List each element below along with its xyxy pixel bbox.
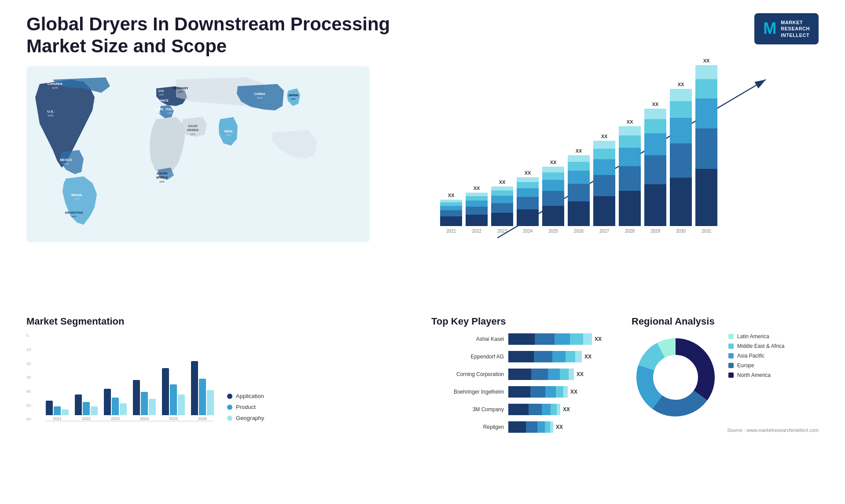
player-name: 3M Company bbox=[431, 406, 504, 413]
players-title: Top Key Players bbox=[431, 316, 618, 327]
seg-y-axis: 60 50 40 30 20 10 0 bbox=[26, 333, 31, 421]
bar-2025: XX 2025 bbox=[542, 160, 564, 234]
legend-application: Application bbox=[227, 393, 264, 399]
logo-text: MARKET RESEARCH INTELLECT bbox=[781, 19, 810, 38]
geography-dot bbox=[227, 416, 232, 421]
svg-text:xx%: xx% bbox=[190, 133, 195, 135]
mea-dot bbox=[728, 343, 734, 349]
svg-text:U.S.: U.S. bbox=[47, 110, 54, 113]
svg-text:CHINA: CHINA bbox=[254, 92, 265, 96]
player-value: XX bbox=[556, 424, 563, 430]
segmentation-title: Market Segmentation bbox=[26, 316, 414, 327]
svg-text:U.K.: U.K. bbox=[158, 89, 165, 92]
logo-box: M MARKET RESEARCH INTELLECT bbox=[754, 13, 819, 44]
svg-text:xx%: xx% bbox=[167, 112, 173, 114]
seg-legend: Application Product Geography bbox=[227, 393, 264, 421]
player-value: XX bbox=[577, 371, 584, 377]
svg-text:xx%: xx% bbox=[74, 197, 80, 200]
bar-2026: XX 2026 bbox=[568, 148, 590, 234]
svg-text:xx%: xx% bbox=[48, 114, 53, 117]
svg-text:ITALY: ITALY bbox=[165, 108, 174, 111]
bar-2031: XX 2031 bbox=[695, 58, 717, 234]
svg-text:xx%: xx% bbox=[156, 112, 161, 114]
svg-text:SOUTH: SOUTH bbox=[157, 172, 168, 175]
logo-m-icon: M bbox=[763, 19, 776, 38]
legend-geography: Geography bbox=[227, 415, 264, 421]
svg-text:GERMANY: GERMANY bbox=[173, 87, 188, 90]
bar-2030: XX 2030 bbox=[670, 82, 692, 234]
world-map: CANADA xx% U.S. xx% MEXICO xx% BRAZIL xx… bbox=[26, 66, 414, 242]
bar-2028: XX 2028 bbox=[619, 119, 641, 234]
main-content: CANADA xx% U.S. xx% MEXICO xx% BRAZIL xx… bbox=[26, 66, 819, 491]
player-name: Boehringer Ingelheim bbox=[431, 389, 504, 395]
bar-2022: XX 2022 bbox=[466, 186, 488, 234]
svg-text:ARABIA: ARABIA bbox=[187, 128, 198, 131]
svg-text:xx%: xx% bbox=[52, 86, 58, 89]
player-row: Corning Corporation XX bbox=[431, 369, 618, 380]
svg-text:xx%: xx% bbox=[257, 96, 262, 99]
svg-text:xx%: xx% bbox=[159, 180, 165, 183]
segmentation-section: Market Segmentation 60 50 40 30 20 10 0 bbox=[26, 316, 414, 491]
svg-text:SAUDI: SAUDI bbox=[188, 124, 198, 128]
player-row: 3M Company XX bbox=[431, 404, 618, 415]
svg-text:FRANCE: FRANCE bbox=[155, 99, 168, 102]
north-america-dot bbox=[728, 373, 734, 378]
player-name: Repligen bbox=[431, 424, 504, 430]
bottom-right: Top Key Players Ashai Kasei XX bbox=[431, 316, 819, 491]
seg-chart-area: 60 50 40 30 20 10 0 bbox=[26, 333, 414, 421]
player-row: Ashai Kasei XX bbox=[431, 333, 618, 345]
svg-text:xx%: xx% bbox=[178, 91, 183, 93]
europe-dot bbox=[728, 363, 734, 368]
svg-text:JAPAN: JAPAN bbox=[288, 94, 298, 97]
logo-area: M MARKET RESEARCH INTELLECT bbox=[754, 13, 819, 44]
map-section: CANADA xx% U.S. xx% MEXICO xx% BRAZIL xx… bbox=[26, 66, 414, 303]
svg-text:xx%: xx% bbox=[290, 98, 296, 100]
svg-text:xx%: xx% bbox=[159, 103, 165, 106]
player-value: XX bbox=[584, 354, 592, 360]
player-row: Boehringer Ingelheim XX bbox=[431, 386, 618, 398]
player-row: Repligen XX bbox=[431, 421, 618, 433]
product-dot bbox=[227, 405, 232, 410]
donut-chart bbox=[632, 333, 720, 423]
legend-mea: Middle East & Africa bbox=[728, 343, 784, 349]
player-row: Eppendorf AG XX bbox=[431, 351, 618, 362]
page-title: Global Dryers In Downstream Processing M… bbox=[26, 13, 422, 58]
latin-america-dot bbox=[728, 334, 734, 339]
bar-2029: XX 2029 bbox=[644, 102, 666, 234]
player-value: XX bbox=[595, 336, 602, 342]
svg-point-40 bbox=[654, 355, 698, 399]
player-name: Ashai Kasei bbox=[431, 336, 504, 342]
legend-latin-america: Latin America bbox=[728, 333, 784, 340]
bar-2027: XX 2027 bbox=[593, 134, 615, 234]
source-text: Source : www.marketresearchintellect.com bbox=[632, 427, 819, 433]
donut-and-legend: Latin America Middle East & Africa Asia … bbox=[632, 333, 819, 423]
legend-asia-pacific: Asia Pacific bbox=[728, 353, 784, 359]
player-name: Eppendorf AG bbox=[431, 354, 504, 360]
svg-text:CANADA: CANADA bbox=[48, 82, 63, 86]
regional-title: Regional Analysis bbox=[632, 316, 819, 327]
legend-europe: Europe bbox=[728, 362, 784, 369]
svg-text:ARGENTINA: ARGENTINA bbox=[65, 211, 83, 214]
svg-text:xx%: xx% bbox=[63, 162, 69, 165]
svg-text:SPAIN: SPAIN bbox=[154, 108, 163, 111]
bar-chart-section: XX 2021 XX bbox=[431, 66, 819, 303]
svg-text:BRAZIL: BRAZIL bbox=[71, 194, 83, 197]
application-dot bbox=[227, 394, 232, 399]
bar-2023: XX 2023 bbox=[491, 179, 513, 234]
svg-text:AFRICA: AFRICA bbox=[156, 176, 168, 179]
svg-text:xx%: xx% bbox=[71, 215, 77, 218]
svg-text:xx%: xx% bbox=[226, 134, 231, 136]
players-section: Top Key Players Ashai Kasei XX bbox=[431, 316, 618, 491]
page-header: Global Dryers In Downstream Processing M… bbox=[26, 13, 819, 58]
asia-pacific-dot bbox=[728, 353, 734, 358]
legend-product: Product bbox=[227, 404, 264, 410]
player-name: Corning Corporation bbox=[431, 371, 504, 377]
player-value: XX bbox=[570, 389, 577, 395]
legend-north-america: North America bbox=[728, 372, 784, 378]
svg-text:MEXICO: MEXICO bbox=[60, 158, 72, 161]
player-value: XX bbox=[563, 406, 570, 413]
svg-text:xx%: xx% bbox=[159, 93, 164, 96]
regional-section: Regional Analysis bbox=[632, 316, 819, 491]
bar-2021: XX 2021 bbox=[440, 193, 462, 234]
regional-legend: Latin America Middle East & Africa Asia … bbox=[728, 333, 784, 378]
